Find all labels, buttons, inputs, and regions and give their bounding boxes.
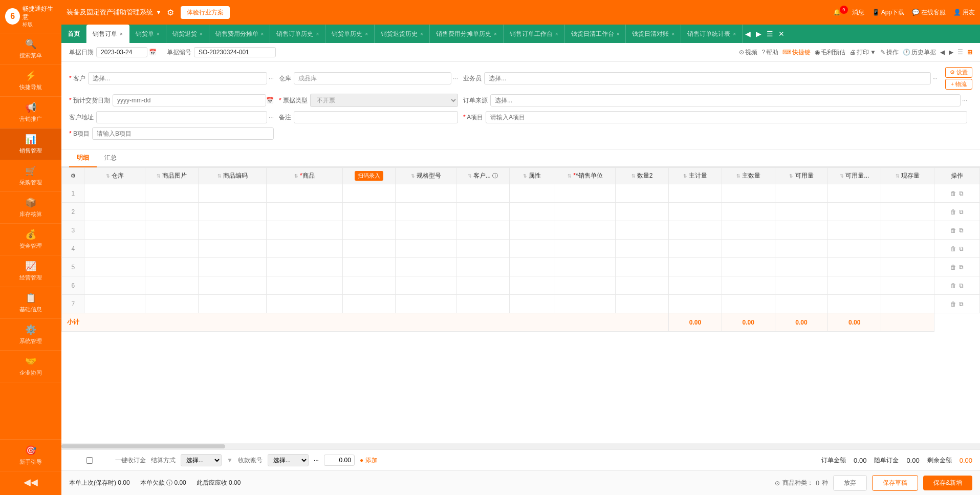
sidebar-item-collapse[interactable]: ◀◀: [0, 471, 61, 495]
copy-icon[interactable]: ⧉: [959, 227, 964, 234]
copy-icon[interactable]: ⧉: [959, 300, 964, 308]
tab-sales-workbench-close[interactable]: ×: [555, 31, 558, 37]
cell-spec[interactable]: [396, 240, 456, 258]
cell-product-code[interactable]: [198, 258, 266, 276]
cell-sales-unit[interactable]: [555, 240, 616, 258]
cell-customer-code[interactable]: [456, 203, 509, 221]
tab-cash-reconcile[interactable]: 钱货日清对账 ×: [626, 25, 681, 43]
delete-icon[interactable]: 🗑: [950, 208, 956, 216]
cell-product[interactable]: [267, 276, 342, 295]
sidebar-item-marketing[interactable]: 📢 营销推广: [0, 97, 61, 128]
sidebar-item-finance[interactable]: 💰 资金管理: [0, 224, 61, 255]
cell-product[interactable]: [267, 221, 342, 240]
sidebar-item-search[interactable]: 🔍 搜索菜单: [0, 33, 61, 65]
sidebar-item-purchase[interactable]: 🛒 采购管理: [0, 160, 61, 192]
cell-warehouse[interactable]: [84, 295, 145, 313]
notification-link[interactable]: 🔔 9 消息: [833, 8, 864, 17]
tab-sales-stats[interactable]: 销售订单统计表 ×: [681, 25, 743, 43]
customer-input[interactable]: [88, 72, 267, 84]
delete-icon[interactable]: 🗑: [950, 282, 956, 289]
order-num-input[interactable]: [194, 47, 276, 57]
tab-sales-order[interactable]: 销售订单 ×: [86, 25, 129, 43]
cell-available[interactable]: [775, 184, 828, 203]
user-avatar[interactable]: 👤 用友: [953, 8, 975, 17]
tab-sales-return-goods[interactable]: 销货退货 ×: [166, 25, 209, 43]
address-more-icon[interactable]: ···: [269, 114, 274, 121]
cell-available[interactable]: [775, 203, 828, 221]
delivery-date-input[interactable]: [113, 94, 266, 106]
col-product-image[interactable]: ⇅ 商品图片: [145, 168, 199, 184]
cell-attribute[interactable]: [509, 221, 555, 240]
salesperson-input[interactable]: [484, 72, 931, 84]
col-main-qty[interactable]: ⇅ 主数量: [722, 168, 775, 184]
cell-product-image[interactable]: [145, 184, 199, 203]
industry-btn[interactable]: 体验行业方案: [181, 6, 230, 19]
col-sales-unit[interactable]: ⇅ **销售单位: [555, 168, 616, 184]
cell-warehouse[interactable]: [84, 240, 145, 258]
cell-main-qty[interactable]: [722, 240, 775, 258]
topbar-settings-icon[interactable]: ⚙: [167, 8, 174, 17]
col-product-code[interactable]: ⇅ 商品编码: [198, 168, 266, 184]
cell-main-qty[interactable]: [722, 258, 775, 276]
col-warehouse[interactable]: ⇅ 仓库: [84, 168, 145, 184]
cell-current[interactable]: [881, 184, 934, 203]
cell-attribute[interactable]: [509, 203, 555, 221]
cell-product-code[interactable]: [198, 276, 266, 295]
sidebar-item-sales[interactable]: 📊 销售管理: [0, 128, 61, 160]
cell-main-unit[interactable]: [669, 203, 722, 221]
nav-right-icon[interactable]: ▶: [949, 49, 953, 56]
cell-current[interactable]: [881, 276, 934, 295]
print-link[interactable]: 🖨 打印 ▼: [850, 48, 876, 57]
copy-icon[interactable]: ⧉: [959, 245, 964, 252]
cell-attribute[interactable]: [509, 276, 555, 295]
tab-sales-fee-close[interactable]: ×: [261, 31, 264, 37]
cell-available[interactable]: [775, 240, 828, 258]
cell-spec[interactable]: [396, 295, 456, 313]
tab-home[interactable]: 首页: [61, 25, 86, 43]
col-available[interactable]: ⇅ 可用量: [775, 168, 828, 184]
scroll-indicator[interactable]: [61, 443, 980, 449]
col-current[interactable]: ⇅ 现存量: [881, 168, 934, 184]
cell-customer-code[interactable]: [456, 184, 509, 203]
invoice-type-select[interactable]: 不开票 增值税普通发票 增值税专用发票: [310, 94, 458, 107]
amount-input[interactable]: [324, 455, 355, 466]
tab-cash-workbench[interactable]: 钱货日清工作台 ×: [565, 25, 626, 43]
cell-product[interactable]: [267, 295, 342, 313]
save-new-btn[interactable]: 保存&新增: [923, 476, 972, 490]
cell-main-qty[interactable]: [722, 276, 775, 295]
tab-sales-return-goods-history-close[interactable]: ×: [420, 31, 423, 37]
cell-product-image[interactable]: [145, 240, 199, 258]
add-payment-btn[interactable]: ● 添加: [360, 456, 378, 465]
cell-attribute[interactable]: [509, 258, 555, 276]
b-project-input[interactable]: [92, 127, 274, 140]
date-input[interactable]: [96, 47, 147, 57]
grid-view-icon[interactable]: ⊞: [967, 49, 972, 56]
sidebar-item-quick-nav[interactable]: ⚡ 快捷导航: [0, 65, 61, 97]
tab-sales-order-history[interactable]: 销售订单历史 ×: [270, 25, 325, 43]
cell-qty2[interactable]: [616, 184, 669, 203]
sidebar-item-inventory[interactable]: 📦 库存核算: [0, 192, 61, 224]
sidebar-item-enterprise[interactable]: 🤝 企业协同: [0, 351, 61, 382]
tab-detail[interactable]: 明细: [69, 149, 97, 167]
cell-available2[interactable]: [828, 258, 881, 276]
cell-warehouse[interactable]: [84, 184, 145, 203]
help-link[interactable]: ? 帮助: [761, 48, 778, 57]
nav-left-icon[interactable]: ◀: [940, 49, 945, 56]
cell-main-qty[interactable]: [722, 221, 775, 240]
tab-sales-return[interactable]: 销货单 ×: [129, 25, 166, 43]
cell-available2[interactable]: [828, 203, 881, 221]
cell-spec[interactable]: [396, 221, 456, 240]
account-select[interactable]: 选择...: [268, 454, 309, 466]
cell-qty2[interactable]: [616, 203, 669, 221]
cell-product-code[interactable]: [198, 203, 266, 221]
cell-qty2[interactable]: [616, 295, 669, 313]
tab-sales-order-history-close[interactable]: ×: [316, 31, 319, 37]
app-download-link[interactable]: 📱 App下载: [872, 8, 904, 17]
cell-available2[interactable]: [828, 221, 881, 240]
delivery-cal-icon[interactable]: 📅: [266, 97, 274, 104]
delete-icon[interactable]: 🗑: [950, 227, 956, 234]
cell-warehouse[interactable]: [84, 221, 145, 240]
cell-sales-unit[interactable]: [555, 203, 616, 221]
col-product[interactable]: ⇅ *商品: [267, 168, 342, 184]
cell-main-unit[interactable]: [669, 221, 722, 240]
